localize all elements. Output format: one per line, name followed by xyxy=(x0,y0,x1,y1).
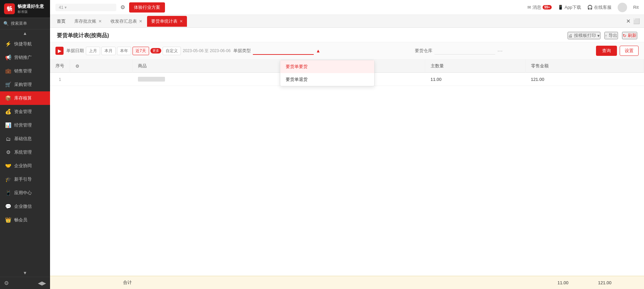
sidebar-item-wechat[interactable]: 💬 企业微信 xyxy=(0,200,50,213)
sidebar-item-finance[interactable]: 💰 资金管理 xyxy=(0,105,50,118)
sidebar-footer: ⚙ ◀▶ xyxy=(0,277,50,289)
sidebar-scroll-up[interactable]: ▲ xyxy=(0,29,50,37)
store-num: 41 xyxy=(59,5,63,10)
sidebar-item-label: 资金管理 xyxy=(14,109,32,115)
warehouse-more-icon[interactable]: ⋯ xyxy=(497,48,503,54)
table-area: 序号 ⚙ 商品 主计量单位 主数量 零售金额 1 xyxy=(50,60,644,276)
sidebar-item-label: 库存核算 xyxy=(14,95,32,101)
export-button[interactable]: ↑ 导出 xyxy=(604,32,618,39)
tab-order-stats[interactable]: 要货单统计表 ✕ xyxy=(147,16,187,27)
total-amount: 121.00 xyxy=(598,280,639,285)
dropdown-item-order-goods[interactable]: 要货单要货 xyxy=(280,60,374,73)
top-bar-right: ✉ 消息 99+ 📱 App下载 🎧 在线客服 Rit xyxy=(527,3,639,12)
sidebar-item-operation[interactable]: 📊 经营管理 xyxy=(0,118,50,132)
user-avatar[interactable] xyxy=(618,3,627,12)
total-label: 合计 xyxy=(123,280,132,286)
inventory-icon: 📦 xyxy=(5,95,11,101)
cell-product xyxy=(133,73,289,86)
maximize-icon[interactable]: ⬜ xyxy=(633,18,640,24)
logo-text: 畅捷通好生意 标准版 xyxy=(18,3,44,14)
total-qty: 11.00 xyxy=(557,280,598,285)
settings-icon[interactable]: ⚙ xyxy=(4,280,9,286)
sidebar-item-label: 快捷导航 xyxy=(14,41,32,47)
tab-close-receivable[interactable]: ✕ xyxy=(139,19,142,24)
logo-icon: 畅 xyxy=(4,3,15,14)
table-gear-icon[interactable]: ⚙ xyxy=(75,64,79,69)
finance-icon: 💰 xyxy=(5,109,11,115)
message-action[interactable]: ✉ 消息 99+ xyxy=(527,4,552,10)
sidebar-scroll-down[interactable]: ▼ xyxy=(0,269,50,277)
cell-seq: 1 xyxy=(50,73,70,86)
filter-settings-button[interactable]: 设置 xyxy=(620,46,639,56)
tabs-right-controls: ✕ ⬜ xyxy=(626,18,641,24)
type-filter-label: 单据类型 xyxy=(233,48,251,54)
type-filter-arrow[interactable]: ▲ xyxy=(316,48,320,53)
filter-expand-button[interactable]: ▶ xyxy=(55,47,64,55)
sidebar: 畅 畅捷通好生意 标准版 🔍 搜索菜单 ▲ ⚡ 快捷导航 📢 营销推广 💼 销售… xyxy=(0,0,50,289)
collapse-sidebar-icon[interactable]: ◀▶ xyxy=(38,280,46,286)
date-btn-up[interactable]: 上月 xyxy=(86,47,100,55)
search-menu[interactable]: 🔍 搜索菜单 xyxy=(0,18,50,29)
tab-receivable-summary[interactable]: 收发存汇总表 ✕ xyxy=(106,16,146,27)
col-gear: ⚙ xyxy=(70,60,133,73)
sidebar-item-label: 基础信息 xyxy=(14,136,32,142)
sidebar-item-basic[interactable]: 🗂 基础信息 xyxy=(0,132,50,146)
message-label: 消息 xyxy=(532,4,541,10)
sidebar-item-system[interactable]: ⚙ 系统管理 xyxy=(0,146,50,159)
app-logo: 畅 畅捷通好生意 标准版 xyxy=(0,0,50,18)
sidebar-item-label: 营销推广 xyxy=(14,54,32,61)
date-filter-label: 单据日期 xyxy=(66,48,84,54)
close-all-tabs-icon[interactable]: ✕ xyxy=(626,18,630,24)
refresh-button[interactable]: ↻ 刷新 xyxy=(622,32,637,39)
sales-icon: 💼 xyxy=(5,68,11,74)
sidebar-item-label: 应用中心 xyxy=(14,190,32,196)
date-range-display: 2023-05-06 至 2023-06-06 xyxy=(183,48,231,54)
tab-home-label: 首页 xyxy=(57,18,66,24)
settings-gear-icon[interactable]: ⚙ xyxy=(120,4,125,10)
sidebar-item-label: 经营管理 xyxy=(14,122,32,128)
store-selector[interactable]: 41 ▾ xyxy=(55,4,116,11)
date-btn-custom[interactable]: 自定义 xyxy=(163,47,181,55)
purchase-icon: 🛒 xyxy=(5,82,11,88)
col-qty: 主数量 xyxy=(425,60,525,73)
member-icon: 👑 xyxy=(5,217,11,223)
filter-bar: ▶ 单据日期 上月 本月 本年 近7天 更多 自定义 2023-05-06 至 … xyxy=(50,42,644,60)
user-name: Rit xyxy=(633,5,639,10)
cell-gear xyxy=(70,73,133,86)
app-download-action[interactable]: 📱 App下载 xyxy=(558,4,581,10)
warehouse-filter-label: 要货仓库 xyxy=(415,48,432,54)
industry-plan-button[interactable]: 体验行业方案 xyxy=(129,2,165,13)
sidebar-item-member[interactable]: 👑 畅会员 xyxy=(0,213,50,227)
template-print-button[interactable]: 🖨 按模板打印 ▾ xyxy=(568,32,600,39)
tab-close-inventory-batch[interactable]: ✕ xyxy=(98,19,102,24)
tab-close-order-stats[interactable]: ✕ xyxy=(180,19,183,24)
online-service-label: 在线客服 xyxy=(594,4,612,10)
sidebar-item-app-center[interactable]: 📱 应用中心 xyxy=(0,186,50,200)
enterprise-icon: 🤝 xyxy=(5,163,11,169)
product-name-blurred xyxy=(138,77,165,82)
sidebar-item-label: 系统管理 xyxy=(14,149,32,155)
date-buttons: 上月 本月 本年 近7天 更多 自定义 xyxy=(86,47,181,55)
date-more-badge[interactable]: 更多 xyxy=(150,48,161,53)
date-btn-week7[interactable]: 近7天 xyxy=(133,47,149,55)
online-service-action[interactable]: 🎧 在线客服 xyxy=(587,4,612,10)
sidebar-item-purchase[interactable]: 🛒 采购管理 xyxy=(0,78,50,91)
sidebar-item-enterprise[interactable]: 🤝 企业协同 xyxy=(0,159,50,173)
sidebar-item-marketing[interactable]: 📢 营销推广 xyxy=(0,51,50,64)
date-btn-month[interactable]: 本月 xyxy=(101,47,116,55)
sidebar-item-inventory[interactable]: 📦 库存核算 xyxy=(0,91,50,105)
page-area: 要货单统计表(按商品) 🖨 按模板打印 ▾ ↑ 导出 ↻ 刷新 ▶ xyxy=(50,28,644,289)
tab-home[interactable]: 首页 xyxy=(53,16,70,27)
top-bar-left: 41 ▾ ⚙ 体验行业方案 xyxy=(55,2,165,13)
date-btn-year[interactable]: 本年 xyxy=(117,47,131,55)
type-filter-input[interactable] xyxy=(253,47,314,55)
sidebar-item-quick-nav[interactable]: ⚡ 快捷导航 xyxy=(0,37,50,51)
sidebar-item-guide[interactable]: 🎓 新手引导 xyxy=(0,173,50,186)
warehouse-filter-input[interactable] xyxy=(434,47,495,54)
dropdown-item-order-return[interactable]: 要货单退货 xyxy=(280,73,374,86)
sidebar-item-label: 新手引导 xyxy=(14,176,32,182)
wechat-icon: 💬 xyxy=(5,203,11,209)
sidebar-item-sales[interactable]: 💼 销售管理 xyxy=(0,64,50,78)
tab-inventory-batch[interactable]: 库存批次账 ✕ xyxy=(70,16,106,27)
query-button[interactable]: 查询 xyxy=(596,46,617,56)
